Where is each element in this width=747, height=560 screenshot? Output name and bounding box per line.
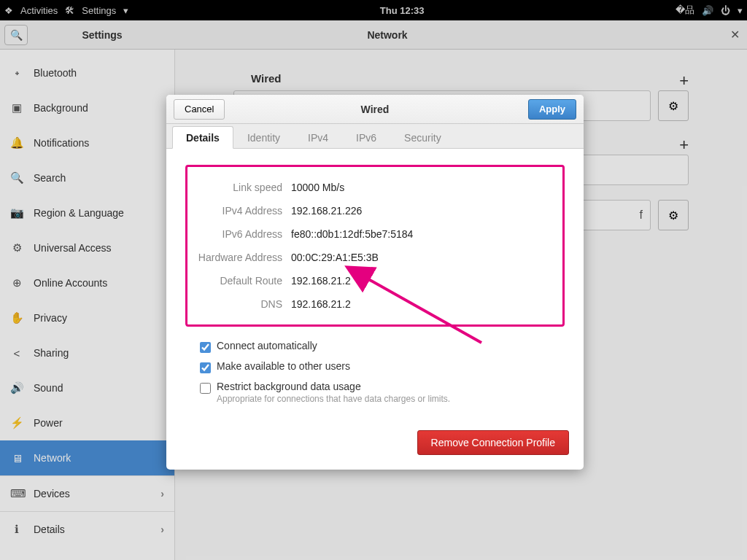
ipv4-address-value: 192.168.21.226 — [291, 205, 362, 217]
hardware-address-value: 00:0C:29:A1:E5:3B — [291, 252, 379, 263]
details-highlight-box: Link speed10000 Mb/s IPv4 Address192.168… — [185, 165, 565, 327]
dialog-title: Wired — [166, 104, 584, 115]
hardware-address-label: Hardware Address — [195, 252, 282, 263]
tab-security[interactable]: Security — [390, 126, 455, 149]
ipv4-address-label: IPv4 Address — [195, 205, 282, 217]
default-route-value: 192.168.21.2 — [291, 275, 351, 287]
dialog-tabbar: Details Identity IPv4 IPv6 Security — [166, 124, 584, 149]
tab-details[interactable]: Details — [172, 126, 233, 149]
connect-automatically-checkbox[interactable] — [200, 342, 211, 353]
ipv6-address-label: IPv6 Address — [195, 228, 282, 240]
link-speed-value: 10000 Mb/s — [291, 182, 344, 193]
connect-automatically-label: Connect automatically — [217, 340, 317, 351]
dns-label: DNS — [195, 298, 282, 310]
restrict-background-checkbox[interactable] — [200, 383, 211, 394]
available-other-users-row[interactable]: Make available to other users — [200, 360, 565, 373]
dialog-header: Cancel Wired Apply — [166, 95, 584, 124]
tab-ipv4[interactable]: IPv4 — [294, 126, 342, 149]
available-other-users-checkbox[interactable] — [200, 362, 211, 373]
apply-button[interactable]: Apply — [528, 99, 576, 120]
restrict-background-row[interactable]: Restrict background data usage Appropria… — [200, 381, 565, 404]
tab-ipv6[interactable]: IPv6 — [342, 126, 390, 149]
wired-connection-dialog: Cancel Wired Apply Details Identity IPv4… — [166, 95, 584, 470]
remove-connection-button[interactable]: Remove Connection Profile — [417, 430, 569, 455]
default-route-label: Default Route — [195, 275, 282, 287]
tab-identity[interactable]: Identity — [233, 126, 294, 149]
restrict-background-sublabel: Appropriate for connections that have da… — [217, 394, 450, 404]
connect-automatically-row[interactable]: Connect automatically — [200, 340, 565, 353]
dns-value: 192.168.21.2 — [291, 298, 351, 310]
ipv6-address-value: fe80::d0b1:12df:5be7:5184 — [291, 228, 413, 240]
restrict-background-label: Restrict background data usage — [217, 381, 361, 392]
link-speed-label: Link speed — [195, 182, 282, 193]
available-other-users-label: Make available to other users — [217, 360, 350, 372]
